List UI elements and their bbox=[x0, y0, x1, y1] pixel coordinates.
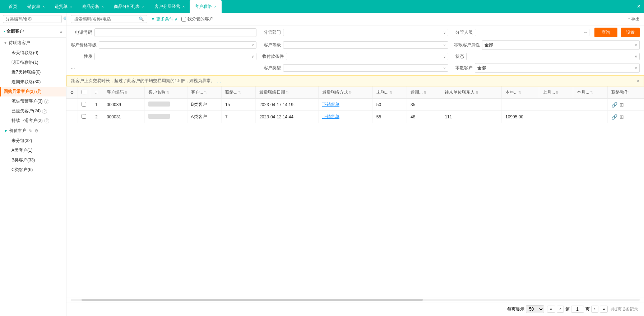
per-page-select[interactable]: 50 10 20 100 bbox=[526, 305, 544, 313]
more-dots-icon[interactable]: ··· bbox=[71, 65, 75, 71]
customer-level-select[interactable]: ∨ bbox=[283, 41, 448, 49]
retail-attr-select[interactable]: 全部 ∨ bbox=[482, 40, 640, 50]
my-customers-checkbox[interactable]: 我分管的客户 bbox=[181, 16, 213, 22]
th-gear[interactable]: ⚙ bbox=[66, 86, 78, 99]
nav-customer-contact[interactable]: 客户联络 × bbox=[190, 0, 221, 13]
horizontal-scrollbar[interactable] bbox=[66, 297, 644, 302]
page-number-input[interactable] bbox=[571, 306, 584, 313]
my-customers-check[interactable] bbox=[181, 17, 186, 22]
retail-customer-select[interactable]: 全部 ∨ bbox=[475, 63, 640, 73]
last-page-btn[interactable]: » bbox=[600, 306, 608, 313]
scrollbar-thumb[interactable] bbox=[82, 299, 423, 301]
nav-sales[interactable]: 销货单 × bbox=[22, 0, 50, 13]
close-icon[interactable]: × bbox=[42, 4, 45, 9]
sidebar-search-input[interactable] bbox=[3, 15, 62, 23]
info-icon[interactable]: ? bbox=[42, 109, 47, 114]
td-last-method[interactable]: 下销货单 bbox=[318, 99, 372, 111]
scrollbar-track[interactable] bbox=[71, 299, 640, 301]
tooltip-close-icon[interactable]: × bbox=[637, 79, 639, 84]
sidebar-collapse-icon[interactable]: » bbox=[60, 29, 62, 34]
th-overdue[interactable]: 逾期...⇅ bbox=[407, 86, 441, 99]
th-this-year[interactable]: 本年...⇅ bbox=[502, 86, 539, 99]
th-related[interactable]: 往来单位联系人⇅ bbox=[441, 86, 502, 99]
th-name[interactable]: 客户名称⇅ bbox=[144, 86, 187, 99]
nav-analysis-list[interactable]: 商品分析列表 × bbox=[109, 0, 149, 13]
price-level-select[interactable]: ∨ bbox=[99, 41, 256, 49]
td-checkbox[interactable] bbox=[78, 111, 90, 123]
manager-select[interactable]: ··· bbox=[475, 29, 589, 36]
td-checkbox[interactable] bbox=[78, 99, 90, 111]
nav-customer-ops[interactable]: 客户分层经营 × bbox=[149, 0, 190, 13]
th-code[interactable]: 客户编码⇅ bbox=[103, 86, 145, 99]
close-icon[interactable]: × bbox=[142, 4, 144, 9]
nav-home[interactable]: 首页 bbox=[4, 0, 22, 13]
page-nav: « ‹ 第 页 › » bbox=[547, 306, 608, 313]
th-unlink[interactable]: 未联...⇅ bbox=[372, 86, 407, 99]
info-icon[interactable]: ? bbox=[44, 99, 49, 104]
sidebar-item-overdue[interactable]: 逾期未联络(30) bbox=[0, 77, 66, 87]
sidebar-item-repurchase-anomaly[interactable]: 回购异常客户(2) ? bbox=[0, 87, 66, 96]
close-icon[interactable]: × bbox=[102, 4, 104, 9]
prev-page-btn[interactable]: ‹ bbox=[557, 306, 564, 313]
td-action: 🔗 ⊞ bbox=[607, 99, 644, 111]
sidebar-search-icon[interactable]: 🔍 bbox=[63, 16, 66, 22]
sidebar-item-tomorrow[interactable]: 明天待联络(1) bbox=[0, 58, 66, 67]
close-icon[interactable]: × bbox=[214, 4, 216, 9]
td-name bbox=[144, 99, 187, 111]
td-unlink: 55 bbox=[372, 111, 407, 123]
sidebar-item-7days[interactable]: 近7天待联络(0) bbox=[0, 67, 66, 77]
nav-purchase[interactable]: 进货单 × bbox=[50, 0, 77, 13]
close-icon[interactable]: × bbox=[182, 4, 185, 9]
next-page-btn[interactable]: › bbox=[591, 306, 598, 313]
sidebar-all-customers[interactable]: ▪ 全部客户 » bbox=[0, 25, 66, 38]
customer-type-select[interactable]: ∨ bbox=[283, 64, 448, 72]
filter-retail-customer: 零散客户 全部 ∨ bbox=[454, 63, 640, 73]
grid-action-icon[interactable]: ⊞ bbox=[620, 114, 624, 120]
export-button[interactable]: ↑ 导出 bbox=[628, 16, 640, 22]
sidebar-item-churned[interactable]: 已流失客户(24) ? bbox=[0, 106, 66, 116]
sidebar-item-churn-warning[interactable]: 流失预警客户(3) ? bbox=[0, 96, 66, 106]
window-close-button[interactable]: × bbox=[637, 3, 640, 10]
sidebar-item-a-class[interactable]: A类客户(1) bbox=[0, 146, 66, 155]
info-icon[interactable]: ? bbox=[36, 89, 41, 94]
link-action-icon[interactable]: 🔗 bbox=[611, 114, 617, 120]
th-contact[interactable]: 联络...⇅ bbox=[221, 86, 255, 99]
payment-select[interactable]: ∨ bbox=[286, 53, 448, 60]
edit-icon[interactable]: ✎ bbox=[29, 128, 32, 133]
td-last-method[interactable]: 下销货单 bbox=[318, 111, 372, 123]
th-last-month[interactable]: 上月...⇅ bbox=[539, 86, 573, 99]
link-action-icon[interactable]: 🔗 bbox=[611, 102, 617, 108]
th-type[interactable]: 客户...⇅ bbox=[187, 86, 221, 99]
sidebar-group-pending[interactable]: ▼ 待联络客户 bbox=[0, 38, 66, 48]
th-last-method[interactable]: 最后联络方式⇅ bbox=[318, 86, 372, 99]
sidebar-item-declining[interactable]: 持续下滑客户(2) ? bbox=[0, 116, 66, 126]
sidebar-item-c-class[interactable]: C类客户(6) bbox=[0, 165, 66, 175]
close-icon[interactable]: × bbox=[70, 4, 72, 9]
sidebar-item-b-class[interactable]: B类客户(33) bbox=[0, 155, 66, 165]
settings-button[interactable]: 设置 bbox=[621, 28, 640, 37]
nature-select[interactable]: ∨ bbox=[94, 53, 256, 60]
td-type: B类客户 bbox=[187, 99, 221, 111]
status-select[interactable]: ∨ bbox=[466, 53, 640, 60]
dot-icon bbox=[7, 62, 9, 64]
sidebar-item-today[interactable]: 今天待联络(0) bbox=[0, 48, 66, 58]
th-this-month[interactable]: 本月...⇅ bbox=[573, 86, 607, 99]
first-page-btn[interactable]: « bbox=[547, 306, 555, 313]
settings-icon[interactable]: ⚙ bbox=[34, 128, 38, 133]
th-last-date[interactable]: 最后联络日期⇅ bbox=[256, 86, 319, 99]
chevron-down-icon: ∨ bbox=[443, 43, 446, 47]
dept-select[interactable]: ∨ bbox=[283, 29, 448, 36]
query-button[interactable]: 查询 bbox=[594, 28, 617, 37]
select-all-checkbox[interactable] bbox=[82, 90, 86, 94]
more-conditions-btn[interactable]: ▼ 更多条件 ∧ bbox=[151, 16, 178, 22]
row-checkbox[interactable] bbox=[82, 114, 86, 119]
nav-analysis[interactable]: 商品分析 × bbox=[77, 0, 109, 13]
td-overdue: 48 bbox=[407, 111, 441, 123]
main-search-input[interactable] bbox=[74, 16, 139, 22]
sidebar-item-unclassified[interactable]: 未分组(32) bbox=[0, 136, 66, 146]
phone-input[interactable] bbox=[94, 28, 256, 37]
row-checkbox[interactable] bbox=[82, 102, 86, 107]
grid-action-icon[interactable]: ⊞ bbox=[620, 102, 624, 108]
info-icon[interactable]: ? bbox=[44, 118, 49, 123]
main-search-icon[interactable]: 🔍 bbox=[139, 16, 144, 22]
